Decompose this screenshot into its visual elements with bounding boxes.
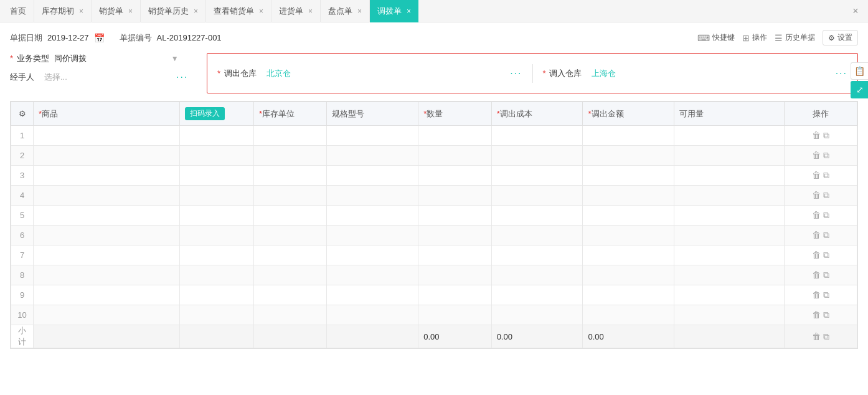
cell-product[interactable]	[34, 245, 180, 265]
in-warehouse-more-button[interactable]: ···	[836, 68, 847, 79]
tab-inventory-check[interactable]: 盘点单 ×	[321, 0, 370, 22]
cell-product[interactable]	[34, 206, 180, 226]
cell-qty[interactable]: 0.00	[418, 325, 491, 348]
cell-cost[interactable]	[491, 305, 583, 325]
cell-unit[interactable]	[253, 206, 326, 226]
col-settings-header[interactable]: ⚙	[11, 102, 34, 126]
cell-qty[interactable]	[418, 285, 491, 305]
cell-spec[interactable]	[327, 245, 418, 265]
delete-row-button[interactable]: 🗑	[812, 130, 821, 140]
tab-transfer-order-close[interactable]: ×	[407, 7, 411, 16]
cell-product[interactable]	[34, 285, 180, 305]
right-panel-doc-button[interactable]: 📋	[851, 62, 868, 80]
cell-cost[interactable]	[491, 146, 583, 166]
cell-product[interactable]	[34, 226, 180, 245]
tab-purchase-order-close[interactable]: ×	[308, 7, 313, 16]
cell-amount[interactable]	[583, 285, 674, 305]
cell-product[interactable]	[34, 265, 180, 285]
delete-row-button[interactable]: 🗑	[812, 230, 821, 240]
cell-cost[interactable]	[491, 186, 583, 206]
cell-spec[interactable]	[327, 226, 418, 245]
cell-product[interactable]	[34, 305, 180, 325]
cell-unit[interactable]	[253, 285, 326, 305]
copy-row-button[interactable]: ⧉	[823, 150, 829, 160]
out-warehouse-more-button[interactable]: ···	[510, 68, 522, 79]
cell-product[interactable]	[34, 325, 180, 348]
cell-unit[interactable]	[253, 186, 326, 206]
shortcuts-button[interactable]: ⌨ 快捷键	[697, 32, 735, 43]
cell-product[interactable]	[34, 146, 180, 166]
cell-qty[interactable]	[418, 146, 491, 166]
cell-amount[interactable]	[583, 126, 674, 146]
tab-view-sales[interactable]: 查看销货单 ×	[206, 0, 271, 22]
cell-spec[interactable]	[327, 146, 418, 166]
delete-row-button[interactable]: 🗑	[812, 310, 821, 320]
cell-qty[interactable]	[418, 166, 491, 186]
copy-row-button[interactable]: ⧉	[823, 210, 829, 220]
tab-sales-order[interactable]: 销货单 ×	[92, 0, 141, 22]
cell-unit[interactable]	[253, 305, 326, 325]
cell-amount[interactable]	[583, 146, 674, 166]
handler-dropdown[interactable]: 选择...	[44, 72, 169, 83]
copy-row-button[interactable]: ⧉	[823, 230, 829, 240]
delete-row-button[interactable]: 🗑	[812, 190, 821, 200]
cell-amount[interactable]: 0.00	[583, 325, 674, 348]
scan-button[interactable]: 扫码录入	[185, 107, 225, 120]
cell-product[interactable]	[34, 126, 180, 146]
cell-spec[interactable]	[327, 325, 418, 348]
cell-cost[interactable]	[491, 245, 583, 265]
cell-cost[interactable]	[491, 226, 583, 245]
cell-qty[interactable]	[418, 126, 491, 146]
settings-button[interactable]: ⚙ 设置	[823, 30, 858, 45]
cell-spec[interactable]	[327, 166, 418, 186]
cell-product[interactable]	[34, 186, 180, 206]
cell-amount[interactable]	[583, 186, 674, 206]
tab-view-sales-close[interactable]: ×	[259, 7, 263, 16]
tab-transfer-order[interactable]: 调拨单 ×	[370, 0, 418, 22]
cell-unit[interactable]	[253, 325, 326, 348]
handler-more-button[interactable]: ···	[176, 72, 188, 83]
cell-amount[interactable]	[583, 206, 674, 226]
delete-row-button[interactable]: 🗑	[812, 210, 821, 220]
tab-home[interactable]: 首页	[2, 0, 34, 22]
business-type-dropdown[interactable]: 同价调拨 ▼	[54, 53, 179, 64]
cell-qty[interactable]	[418, 245, 491, 265]
calendar-icon[interactable]: 📅	[94, 33, 105, 43]
delete-row-button[interactable]: 🗑	[812, 270, 821, 280]
right-panel-expand-button[interactable]: ⤢	[851, 81, 868, 98]
cell-spec[interactable]	[327, 305, 418, 325]
tab-sales-history[interactable]: 销货单历史 ×	[141, 0, 206, 22]
cell-amount[interactable]	[583, 265, 674, 285]
cell-spec[interactable]	[327, 126, 418, 146]
copy-row-button[interactable]: ⧉	[823, 190, 829, 200]
cell-amount[interactable]	[583, 166, 674, 186]
cell-qty[interactable]	[418, 305, 491, 325]
cell-qty[interactable]	[418, 186, 491, 206]
cell-unit[interactable]	[253, 245, 326, 265]
cell-unit[interactable]	[253, 146, 326, 166]
cell-cost[interactable]	[491, 166, 583, 186]
cell-qty[interactable]	[418, 226, 491, 245]
tab-inventory-check-close[interactable]: ×	[357, 7, 362, 16]
cell-amount[interactable]	[583, 245, 674, 265]
cell-unit[interactable]	[253, 166, 326, 186]
cell-product[interactable]	[34, 166, 180, 186]
cell-amount[interactable]	[583, 226, 674, 245]
copy-row-button[interactable]: ⧉	[823, 170, 829, 180]
cell-spec[interactable]	[327, 285, 418, 305]
tab-inventory-init[interactable]: 库存期初 ×	[34, 0, 92, 22]
cell-spec[interactable]	[327, 206, 418, 226]
tab-inventory-init-close[interactable]: ×	[79, 7, 83, 16]
cell-qty[interactable]	[418, 265, 491, 285]
copy-row-button[interactable]: ⧉	[823, 270, 829, 280]
cell-cost[interactable]	[491, 285, 583, 305]
cell-unit[interactable]	[253, 226, 326, 245]
delete-row-button[interactable]: 🗑	[812, 250, 821, 260]
cell-cost[interactable]	[491, 126, 583, 146]
cell-cost[interactable]: 0.00	[491, 325, 583, 348]
cell-cost[interactable]	[491, 206, 583, 226]
copy-row-button[interactable]: ⧉	[823, 331, 829, 341]
copy-row-button[interactable]: ⧉	[823, 250, 829, 260]
delete-row-button[interactable]: 🗑	[812, 290, 821, 300]
delete-row-button[interactable]: 🗑	[812, 331, 821, 341]
